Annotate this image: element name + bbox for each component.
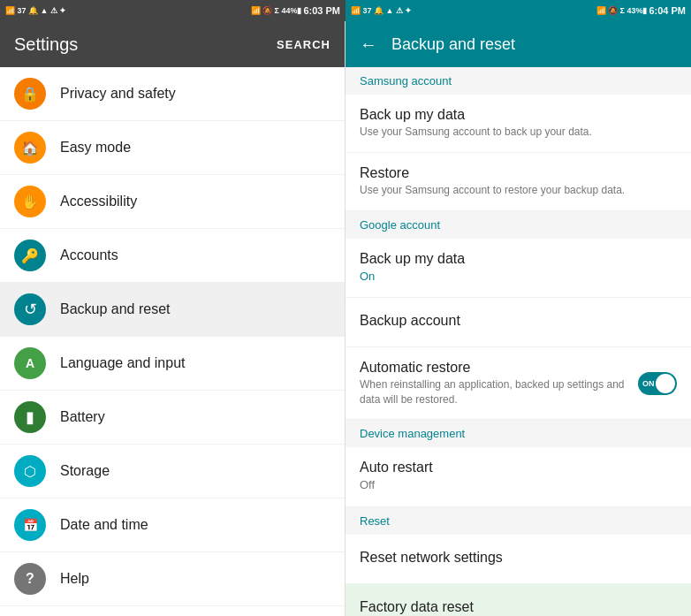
settings-title: Settings [14, 34, 78, 55]
left-status-icons: 📶 37 🔔 ▲ ⚠ ✦ [5, 6, 66, 15]
auto-restart-title: Auto restart [360, 460, 677, 475]
sidebar-item-backup[interactable]: ↺ Backup and reset [0, 283, 345, 337]
accounts-icon: 🔑 [14, 240, 46, 271]
backup-icon: ↺ [14, 293, 46, 325]
sidebar-item-label: Language and input [60, 355, 185, 371]
settings-header: Settings SEARCH [0, 21, 345, 67]
backup-my-data-google[interactable]: Back up my data On [346, 239, 691, 298]
right-status-bar: 📶 37 🔔 ▲ ⚠ ✦ 📶 🔕 Σ 43%▮ 6:04 PM [346, 0, 691, 21]
auto-restart-text: Auto restart Off [360, 460, 677, 493]
backup-my-data-samsung-text: Back up my data Use your Samsung account… [360, 107, 677, 140]
main-content: Settings SEARCH 🔒 Privacy and safety 🏠 E… [0, 21, 691, 616]
storage-icon: ⬡ [14, 455, 46, 487]
settings-panel: Settings SEARCH 🔒 Privacy and safety 🏠 E… [0, 21, 346, 616]
backup-my-data-google-status: On [360, 269, 677, 285]
toggle-on-label: ON [642, 379, 655, 388]
sidebar-item-label: Accessibility [60, 194, 137, 209]
accessibility-icon: ✋ [14, 186, 46, 217]
right-time: 6:04 PM [649, 5, 686, 16]
backup-panel: ← Backup and reset Samsung account Back … [346, 21, 691, 616]
left-battery-area: 📶 🔕 Σ 44%▮ 6:03 PM [251, 5, 341, 16]
auto-restore-text: Automatic restore When reinstalling an a… [360, 360, 638, 407]
datetime-icon: 📅 [14, 509, 46, 541]
back-button[interactable]: ← [360, 34, 377, 55]
sidebar-item-developer[interactable]: {} Developer options [0, 606, 345, 616]
sidebar-item-label: Backup and reset [60, 301, 171, 317]
sidebar-item-accessibility[interactable]: ✋ Accessibility [0, 175, 345, 229]
backup-account-text: Backup account [360, 313, 677, 331]
easy-mode-icon: 🏠 [14, 132, 46, 164]
backup-my-data-samsung-title: Back up my data [360, 107, 677, 123]
help-icon: ? [14, 563, 46, 595]
backup-my-data-samsung[interactable]: Back up my data Use your Samsung account… [346, 95, 691, 153]
sidebar-item-help[interactable]: ? Help [0, 552, 345, 606]
auto-restore-sub: When reinstalling an application, backed… [360, 377, 638, 407]
status-bars: 📶 37 🔔 ▲ ⚠ ✦ 📶 🔕 Σ 44%▮ 6:03 PM 📶 37 🔔 ▲… [0, 0, 691, 21]
auto-restore-toggle[interactable]: ON [638, 372, 677, 395]
right-battery-area: 📶 🔕 Σ 43%▮ 6:04 PM [596, 5, 687, 16]
backup-my-data-google-text: Back up my data On [360, 251, 677, 285]
sidebar-item-language[interactable]: A Language and input [0, 337, 345, 391]
backup-account-title: Backup account [360, 313, 677, 329]
battery-icon: ▮ [14, 401, 46, 433]
reset-network-title: Reset network settings [360, 550, 677, 566]
device-management-header: Device management [346, 420, 691, 447]
auto-restart[interactable]: Auto restart Off [346, 447, 691, 506]
auto-restart-status: Off [360, 477, 677, 493]
backup-my-data-google-title: Back up my data [360, 251, 677, 267]
restore-samsung-title: Restore [360, 165, 677, 181]
reset-network[interactable]: Reset network settings [346, 535, 691, 584]
sidebar-item-battery[interactable]: ▮ Battery [0, 391, 345, 445]
left-status-bar: 📶 37 🔔 ▲ ⚠ ✦ 📶 🔕 Σ 44%▮ 6:03 PM [0, 0, 346, 21]
sidebar-item-datetime[interactable]: 📅 Date and time [0, 498, 345, 552]
left-status-text: 📶 37 🔔 ▲ ⚠ ✦ [5, 6, 66, 15]
auto-restore-title: Automatic restore [360, 360, 638, 376]
sidebar-item-label: Help [60, 571, 89, 587]
settings-list: 🔒 Privacy and safety 🏠 Easy mode ✋ Acces… [0, 67, 345, 616]
auto-restore[interactable]: Automatic restore When reinstalling an a… [346, 347, 691, 421]
sidebar-item-easy-mode[interactable]: 🏠 Easy mode [0, 121, 345, 175]
reset-section-header: Reset [346, 507, 691, 535]
backup-header: ← Backup and reset [346, 21, 691, 67]
left-network-icons: 📶 🔕 Σ 44%▮ [251, 6, 302, 15]
samsung-account-header: Samsung account [346, 67, 691, 95]
sidebar-item-accounts[interactable]: 🔑 Accounts [0, 229, 345, 283]
right-network-icons: 📶 🔕 Σ 43%▮ [596, 6, 648, 15]
restore-samsung-sub: Use your Samsung account to restore your… [360, 183, 677, 198]
sidebar-item-label: Battery [60, 409, 105, 425]
restore-samsung[interactable]: Restore Use your Samsung account to rest… [346, 153, 691, 211]
search-button[interactable]: SEARCH [277, 38, 330, 51]
google-account-header: Google account [346, 211, 691, 239]
privacy-icon: 🔒 [14, 78, 46, 110]
sidebar-item-label: Accounts [60, 247, 118, 263]
right-status-icons: 📶 37 🔔 ▲ ⚠ ✦ [351, 6, 412, 15]
factory-reset-text: Factory data reset [360, 599, 677, 616]
factory-reset[interactable]: Factory data reset [346, 584, 691, 616]
right-status-text: 📶 37 🔔 ▲ ⚠ ✦ [351, 6, 412, 15]
toggle-knob [656, 374, 675, 393]
sidebar-item-label: Easy mode [60, 140, 131, 156]
language-icon: A [14, 347, 46, 379]
sidebar-item-storage[interactable]: ⬡ Storage [0, 445, 345, 498]
backup-account[interactable]: Backup account [346, 298, 691, 347]
reset-network-text: Reset network settings [360, 550, 677, 567]
sidebar-item-label: Date and time [60, 517, 148, 533]
factory-reset-title: Factory data reset [360, 599, 677, 615]
restore-samsung-text: Restore Use your Samsung account to rest… [360, 165, 677, 198]
backup-content: Samsung account Back up my data Use your… [346, 67, 691, 616]
sidebar-item-label: Storage [60, 463, 110, 479]
backup-my-data-samsung-sub: Use your Samsung account to back up your… [360, 125, 677, 140]
sidebar-item-privacy[interactable]: 🔒 Privacy and safety [0, 67, 345, 121]
backup-panel-title: Backup and reset [391, 35, 515, 54]
sidebar-item-label: Privacy and safety [60, 86, 176, 102]
left-time: 6:03 PM [303, 5, 340, 16]
